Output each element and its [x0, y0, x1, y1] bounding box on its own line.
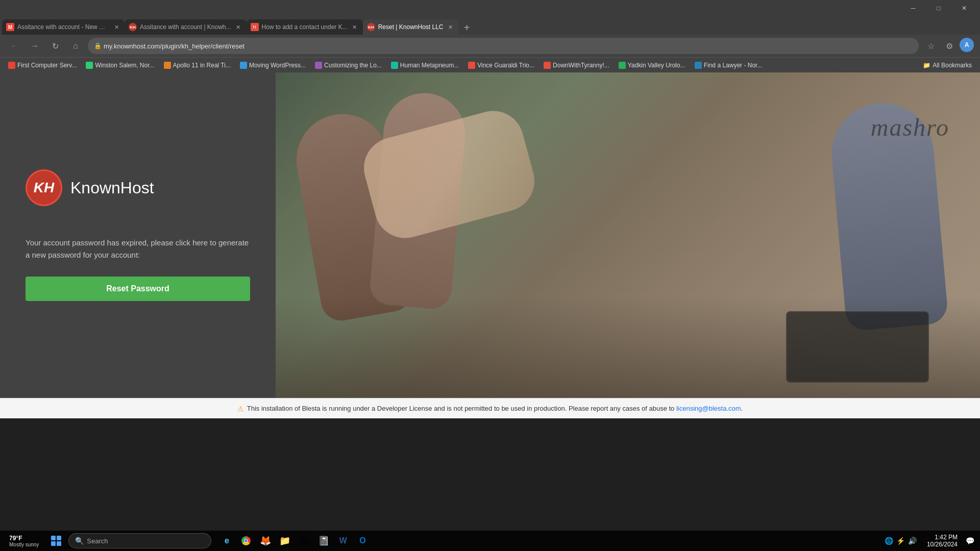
tab-reset[interactable]: KH Reset | KnownHost LLC ✕: [363, 19, 459, 35]
taskbar-clock[interactable]: 1:42 PM 10/26/2024: [923, 534, 962, 548]
taskbar-app-outlook[interactable]: O: [353, 532, 372, 550]
refresh-button[interactable]: ↻: [47, 38, 63, 54]
bookmark-apollo[interactable]: Apollo 11 in Real Ti...: [160, 59, 235, 71]
logo-symbol: KH: [34, 180, 54, 196]
tab-close-reset[interactable]: ✕: [447, 23, 455, 31]
start-square-1: [51, 536, 56, 540]
logo-area: KH KnownHost: [26, 169, 250, 206]
bookmark-customizing[interactable]: Customizing the Lo...: [311, 59, 386, 71]
warning-bar: ⚠ This installation of Blesta is running…: [0, 398, 980, 418]
start-square-3: [51, 541, 56, 546]
expiry-message: Your account password has expired, pleas…: [26, 237, 250, 261]
bookmark-gmail[interactable]: First Computer Serv...: [4, 59, 81, 71]
bookmark-find[interactable]: Find a Lawyer - Nor...: [691, 59, 767, 71]
bookmark-folder-icon: 📁: [923, 62, 930, 69]
url-bar[interactable]: 🔒 my.knownhost.com/plugin/kh_helper/clie…: [88, 38, 919, 54]
tab-favicon-knownhost: KH: [129, 23, 137, 31]
bookmark-label-moving: Moving WordPress...: [249, 62, 306, 69]
bookmark-label-down: DownWithTyranny!...: [553, 62, 609, 69]
taskbar-app-word[interactable]: W: [334, 532, 352, 550]
bookmark-label-winston: Winston Salem, Nor...: [95, 62, 154, 69]
maximize-button[interactable]: □: [927, 0, 950, 16]
back-button[interactable]: ←: [6, 38, 22, 54]
laptop-shape: [786, 311, 929, 383]
warning-link[interactable]: licensing@blesta.com: [676, 405, 741, 412]
hero-image: mashro: [276, 72, 980, 398]
clock-date: 10/26/2024: [927, 541, 958, 548]
tab-label-reset: Reset | KnownHost LLC: [378, 23, 444, 31]
url-text: my.knownhost.com/plugin/kh_helper/client…: [104, 42, 244, 50]
bookmark-down[interactable]: DownWithTyranny!...: [540, 59, 614, 71]
mashro-text: mashro: [871, 113, 949, 141]
taskbar-weather[interactable]: 79°F Mostly sunny: [4, 535, 44, 547]
tab-knownhost[interactable]: KH Assitance with account | Knowh... ✕: [125, 19, 247, 35]
left-panel: KH KnownHost Your account password has e…: [0, 72, 276, 398]
bookmark-label-apollo: Apollo 11 in Real Ti...: [173, 62, 231, 69]
taskbar-app-firefox[interactable]: 🦊: [256, 532, 275, 550]
edge-icon: e: [225, 536, 229, 545]
taskbar-search[interactable]: 🔍 Search: [68, 533, 211, 548]
taskbar-app-files[interactable]: 📁: [276, 532, 294, 550]
taskbar: 79°F Mostly sunny 🔍 Search e 🦊 📁 🛍: [0, 531, 980, 551]
bookmark-icon-human: [391, 62, 398, 69]
address-actions: ☆ ⚙ A: [923, 38, 974, 54]
tab-howto[interactable]: H How to add a contact under K... ✕: [247, 19, 363, 35]
bookmark-icon-vince: [468, 62, 475, 69]
bookmark-label-customizing: Customizing the Lo...: [324, 62, 382, 69]
tab-label-knownhost: Assitance with account | Knowh...: [140, 23, 231, 31]
tab-close-gmail[interactable]: ✕: [112, 23, 120, 31]
logo-name: KnownHost: [70, 179, 154, 197]
bookmark-label-yadkin: Yadkin Valley Urolo...: [628, 62, 685, 69]
warning-text-end: .: [741, 405, 743, 412]
reset-password-button[interactable]: Reset Password: [26, 277, 250, 301]
tab-favicon-howto: H: [251, 23, 259, 31]
notepad-icon: 📓: [318, 535, 329, 546]
tab-label-gmail: Assitance with account - New M...: [17, 23, 109, 31]
bookmark-icon-find: [695, 62, 702, 69]
bookmark-star-button[interactable]: ☆: [923, 38, 939, 54]
browser-window: ─ □ ✕ M Assitance with account - New M..…: [0, 0, 980, 418]
tab-bar: M Assitance with account - New M... ✕ KH…: [0, 16, 980, 35]
bookmark-label-find: Find a Lawyer - Nor...: [704, 62, 763, 69]
tray-bluetooth-icon[interactable]: ⚡: [896, 537, 905, 545]
start-square-2: [57, 536, 61, 540]
taskbar-apps: e 🦊 📁 🛍 📓 W O: [217, 532, 372, 550]
bookmark-all[interactable]: 📁 All Bookmarks: [919, 59, 976, 71]
bookmark-human[interactable]: Human Metapneum...: [387, 59, 463, 71]
profile-button[interactable]: A: [960, 38, 974, 52]
taskbar-app-notepad[interactable]: 📓: [314, 532, 333, 550]
home-button[interactable]: ⌂: [67, 38, 84, 54]
search-text: Search: [87, 537, 108, 545]
new-tab-button[interactable]: +: [460, 20, 474, 35]
warning-text: This installation of Blesta is running u…: [247, 405, 675, 412]
notification-button[interactable]: 💬: [964, 532, 976, 550]
taskbar-app-edge[interactable]: e: [217, 532, 236, 550]
right-panel: mashro: [276, 72, 980, 398]
bookmark-moving[interactable]: Moving WordPress...: [236, 59, 310, 71]
bookmark-winston[interactable]: Winston Salem, Nor...: [82, 59, 158, 71]
tab-label-howto: How to add a contact under K...: [262, 23, 348, 31]
start-square-4: [57, 541, 61, 546]
warning-icon: ⚠: [237, 405, 244, 413]
bookmark-yadkin[interactable]: Yadkin Valley Urolo...: [615, 59, 690, 71]
tray-network-icon[interactable]: 🌐: [885, 537, 893, 545]
close-button[interactable]: ✕: [952, 0, 976, 16]
taskbar-app-chrome[interactable]: [237, 532, 255, 550]
tab-close-howto[interactable]: ✕: [351, 23, 359, 31]
start-button[interactable]: [46, 532, 66, 550]
tab-gmail[interactable]: M Assitance with account - New M... ✕: [2, 19, 125, 35]
bookmark-vince[interactable]: Vince Guaraldi Trio...: [464, 59, 538, 71]
taskbar-app-store[interactable]: 🛍: [295, 532, 313, 550]
forward-button[interactable]: →: [27, 38, 43, 54]
browser-extensions-button[interactable]: ⚙: [941, 38, 958, 54]
bookmark-icon-apollo: [164, 62, 171, 69]
bookmark-icon-winston: [86, 62, 93, 69]
bookmarks-bar: First Computer Serv... Winston Salem, No…: [0, 57, 980, 72]
logo-icon: KH: [26, 169, 62, 206]
tray-volume-icon[interactable]: 🔊: [908, 537, 917, 545]
tab-close-knownhost[interactable]: ✕: [234, 23, 242, 31]
bookmark-label-all: All Bookmarks: [933, 62, 972, 69]
page-content: KH KnownHost Your account password has e…: [0, 72, 980, 398]
minimize-button[interactable]: ─: [901, 0, 925, 16]
tab-favicon-reset: KH: [367, 23, 375, 31]
